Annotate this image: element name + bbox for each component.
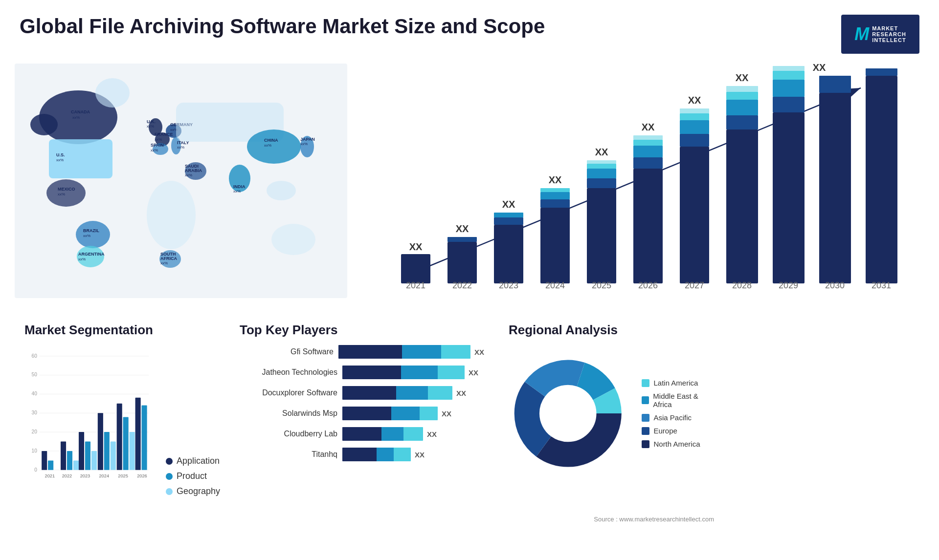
legend-text-na: North America <box>653 440 700 448</box>
legend-dot-application <box>166 458 173 465</box>
svg-text:xx%: xx% <box>56 158 64 162</box>
players-title: Top Key Players <box>240 323 484 338</box>
growth-section: XX 2021 XX 2022 XX 2023 XX 2024 <box>352 59 929 318</box>
legend-item-product: Product <box>166 471 220 481</box>
svg-rect-91 <box>680 113 709 120</box>
svg-text:50: 50 <box>32 372 38 377</box>
svg-rect-102 <box>773 112 805 283</box>
legend-color-mea <box>642 396 649 404</box>
svg-text:XX: XX <box>736 72 749 83</box>
player-bar-container-4: XX <box>342 407 484 420</box>
svg-rect-139 <box>85 442 90 470</box>
svg-text:10: 10 <box>32 448 38 453</box>
svg-text:XX: XX <box>456 223 469 234</box>
legend-label-application: Application <box>177 456 220 466</box>
svg-text:xx%: xx% <box>72 115 80 120</box>
svg-rect-97 <box>726 100 758 115</box>
svg-text:2024: 2024 <box>545 280 565 290</box>
svg-rect-83 <box>633 146 663 157</box>
donut-legend-item-mea: Middle East & Africa <box>642 392 714 409</box>
donut-area: Latin America Middle East & Africa Asia … <box>509 350 714 477</box>
segmentation-legend: Application Product Geography <box>156 456 220 496</box>
svg-rect-98 <box>726 92 758 100</box>
svg-text:JAPAN: JAPAN <box>300 137 315 142</box>
svg-rect-75 <box>587 178 616 188</box>
svg-rect-134 <box>61 442 66 470</box>
player-row: Jatheon Technologies XX <box>240 366 484 379</box>
svg-point-158 <box>543 388 593 439</box>
svg-text:XX: XX <box>688 95 701 106</box>
legend-item-application: Application <box>166 456 220 466</box>
svg-text:XX: XX <box>549 174 562 185</box>
svg-rect-131 <box>42 451 47 470</box>
svg-point-4 <box>46 179 86 207</box>
legend-color-europe <box>642 427 649 435</box>
donut-legend: Latin America Middle East & Africa Asia … <box>642 379 714 448</box>
svg-text:U.S.: U.S. <box>56 152 65 157</box>
player-bar-container-6: XX <box>342 448 484 461</box>
svg-text:2030: 2030 <box>825 280 845 290</box>
svg-rect-82 <box>633 157 663 169</box>
svg-text:2025: 2025 <box>592 280 611 290</box>
svg-point-13 <box>77 246 104 267</box>
player-name-5: Cloudberry Lab <box>240 430 337 438</box>
legend-text-europe: Europe <box>653 427 677 435</box>
top-section: CANADA xx% U.S. xx% MEXICO xx% BRAZIL xx… <box>10 59 929 318</box>
player-bar-5 <box>342 427 423 441</box>
legend-text-apac: Asia Pacific <box>653 413 692 422</box>
svg-text:xx%: xx% <box>78 257 86 261</box>
svg-rect-60 <box>447 237 477 242</box>
player-row: Gfi Software XX <box>240 345 484 359</box>
player-value-6: XX <box>415 451 425 459</box>
player-bar-6 <box>342 448 411 461</box>
svg-text:2027: 2027 <box>685 280 704 290</box>
svg-rect-95 <box>726 129 758 283</box>
svg-rect-65 <box>494 213 523 217</box>
svg-rect-99 <box>726 86 758 92</box>
svg-point-12 <box>76 221 110 248</box>
svg-rect-105 <box>773 71 805 80</box>
donut-legend-item-apac: Asia Pacific <box>642 413 714 422</box>
svg-rect-92 <box>680 108 709 113</box>
svg-rect-144 <box>111 442 116 470</box>
player-name-2: Jatheon Technologies <box>240 368 337 377</box>
svg-text:20: 20 <box>32 429 38 434</box>
svg-rect-89 <box>680 134 709 147</box>
svg-text:xx%: xx% <box>147 124 154 129</box>
svg-rect-70 <box>540 192 570 199</box>
svg-rect-148 <box>130 432 135 470</box>
svg-text:2031: 2031 <box>872 280 891 290</box>
legend-dot-geography <box>166 488 173 495</box>
player-bar-container-5: XX <box>342 427 484 441</box>
source-text: Source : www.marketresearchintellect.com <box>509 516 714 523</box>
players-section: Top Key Players Gfi Software XX Jatheon … <box>225 323 499 523</box>
player-bar-3 <box>342 386 452 400</box>
segmentation-chart: 60 50 40 30 20 10 0 <box>24 345 151 496</box>
player-row: Solarwinds Msp XX <box>240 407 484 420</box>
regional-section: Regional Analysis <box>499 323 724 523</box>
svg-rect-81 <box>633 169 663 283</box>
svg-text:xx%: xx% <box>160 261 168 265</box>
svg-text:INDIA: INDIA <box>233 184 246 189</box>
svg-rect-90 <box>680 120 709 134</box>
svg-rect-151 <box>142 406 147 470</box>
player-bar-2 <box>342 366 465 379</box>
svg-rect-113 <box>866 76 897 283</box>
player-bar-1 <box>338 345 470 359</box>
svg-rect-71 <box>540 188 570 192</box>
svg-rect-103 <box>773 97 805 112</box>
svg-rect-142 <box>98 413 103 470</box>
logo-line2: RESEARCH <box>872 31 906 37</box>
svg-rect-84 <box>633 140 663 146</box>
legend-color-latin <box>642 379 649 387</box>
svg-text:2023: 2023 <box>499 280 518 290</box>
svg-text:xx%: xx% <box>264 143 271 148</box>
legend-label-geography: Geography <box>177 486 220 496</box>
logo-line1: MARKET <box>872 25 906 31</box>
svg-text:40: 40 <box>32 391 38 396</box>
svg-rect-132 <box>48 460 53 470</box>
svg-text:2028: 2028 <box>732 280 752 290</box>
svg-text:XX: XX <box>502 199 515 210</box>
svg-text:ARABIA: ARABIA <box>185 168 202 173</box>
svg-text:30: 30 <box>32 410 38 415</box>
